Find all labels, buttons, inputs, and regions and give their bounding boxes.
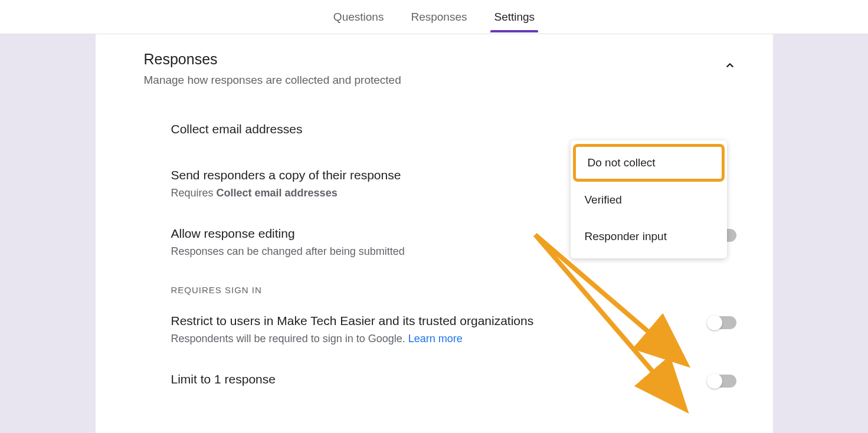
dropdown-responder-input[interactable]: Responder input	[571, 218, 727, 255]
page-background: Responses Manage how responses are colle…	[0, 34, 868, 433]
tabs-bar: Questions Responses Settings	[0, 0, 868, 34]
setting-restrict: Restrict to users in Make Tech Easier an…	[144, 314, 736, 345]
dropdown-verified[interactable]: Verified	[571, 182, 727, 218]
settings-card: Responses Manage how responses are colle…	[96, 34, 773, 433]
setting-send-copy-desc-prefix: Requires	[171, 187, 217, 199]
dropdown-do-not-collect[interactable]: Do not collect	[573, 144, 725, 182]
collect-email-dropdown: Do not collect Verified Responder input	[571, 140, 727, 258]
setting-limit: Limit to 1 response	[144, 372, 736, 391]
toggle-restrict[interactable]	[708, 316, 736, 329]
setting-collect-email: Collect email addresses	[144, 122, 736, 141]
setting-collect-email-text: Collect email addresses	[171, 122, 736, 141]
setting-restrict-text: Restrict to users in Make Tech Easier an…	[171, 314, 708, 345]
learn-more-link[interactable]: Learn more	[408, 333, 463, 345]
setting-restrict-desc: Respondents will be required to sign in …	[171, 333, 708, 345]
section-subtitle: Manage how responses are collected and p…	[144, 74, 401, 87]
setting-limit-text: Limit to 1 response	[171, 372, 708, 391]
requires-signin-header: REQUIRES SIGN IN	[144, 285, 736, 295]
tab-responses[interactable]: Responses	[411, 2, 467, 32]
section-title: Responses	[144, 51, 401, 68]
tab-settings[interactable]: Settings	[494, 2, 535, 32]
collapse-icon[interactable]	[723, 59, 736, 74]
setting-restrict-label: Restrict to users in Make Tech Easier an…	[171, 314, 708, 328]
setting-limit-label: Limit to 1 response	[171, 372, 708, 386]
section-header: Responses Manage how responses are colle…	[144, 51, 736, 87]
toggle-limit[interactable]	[708, 375, 736, 388]
setting-send-copy-desc-bold: Collect email addresses	[217, 187, 338, 199]
section-header-text: Responses Manage how responses are colle…	[144, 51, 401, 87]
setting-collect-email-label: Collect email addresses	[171, 122, 736, 136]
tab-questions[interactable]: Questions	[333, 2, 384, 32]
setting-restrict-desc-prefix: Respondents will be required to sign in …	[171, 333, 408, 345]
